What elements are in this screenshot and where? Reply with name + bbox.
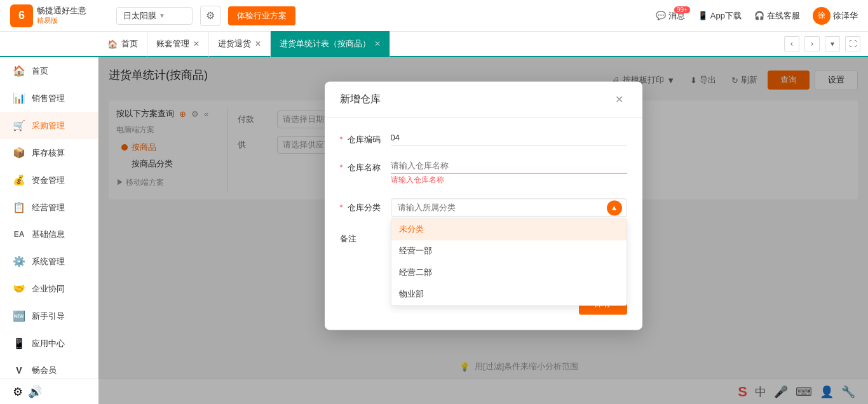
gear-button[interactable]: ⚙	[200, 6, 220, 26]
category-toggle-btn[interactable]: ▲	[607, 200, 622, 215]
name-field-row: * 仓库名称 请输入仓库名称	[340, 158, 627, 185]
code-label: * 仓库编码	[340, 130, 391, 145]
tab-left-btn[interactable]: ‹	[784, 36, 799, 51]
message-badge: 99+	[674, 6, 690, 13]
category-field-row: * 仓库分类 ▲ 未分类 经营一部 经营二部 物业部	[340, 198, 627, 217]
tab-bar: 🏠 首页 账套管理 ✕ 进货退货 ✕ 进货单统计表（按商品） ✕ ‹ › ▾ ⛶	[0, 32, 868, 57]
headset-icon: 🎧	[754, 11, 764, 20]
avatar-text: 徐	[818, 10, 825, 21]
sidebar: 🏠 首页 📊 销售管理 🛒 采购管理 📦 库存核算 💰 资金管理 📋 经营管理 …	[0, 57, 98, 404]
sales-icon: 📊	[13, 92, 25, 104]
modal-close-button[interactable]: ✕	[612, 91, 627, 107]
content-area: 进货单统计(按商品) 🖨 按模板打印 ▼ ⬇ 导出 ↻ 刷新 查询 设置	[98, 57, 868, 404]
home-icon: 🏠	[13, 65, 25, 77]
remark-label: 备注	[340, 229, 391, 245]
tab-menu-btn[interactable]: ▾	[825, 36, 840, 51]
tab-right-btn[interactable]: ›	[804, 36, 820, 51]
sidebar-label: 首页	[32, 65, 48, 77]
sidebar-item-sales[interactable]: 📊 销售管理	[0, 84, 98, 112]
guide-icon: 🆕	[13, 310, 25, 322]
sidebar-item-home[interactable]: 🏠 首页	[0, 57, 98, 84]
dropdown-item-dept1[interactable]: 经营一部	[391, 240, 627, 262]
sidebar-label: 经营管理	[32, 202, 65, 213]
logo-text: 畅捷通好生意	[37, 6, 86, 17]
app-download-button[interactable]: 📱 App下载	[698, 10, 742, 22]
sidebar-label: 新手引导	[32, 311, 65, 322]
dropdown-item-dept2[interactable]: 经营二部	[391, 262, 627, 283]
operations-icon: 📋	[13, 201, 25, 213]
message-icon: 💬	[656, 11, 666, 20]
finance-icon: 💰	[13, 174, 25, 186]
bottom-settings-icon[interactable]: ⚙	[13, 385, 23, 399]
main-layout: 🏠 首页 📊 销售管理 🛒 采购管理 📦 库存核算 💰 资金管理 📋 经营管理 …	[0, 57, 868, 404]
sidebar-label: 系统管理	[32, 256, 65, 267]
header-right: 💬 消息 99+ 📱 App下载 🎧 在线客服 徐 徐泽华	[656, 7, 858, 25]
name-input[interactable]	[391, 158, 627, 173]
sidebar-item-purchase[interactable]: 🛒 采购管理	[0, 112, 98, 139]
tab-purchase-return[interactable]: 进货退货 ✕	[209, 31, 271, 57]
sidebar-label: 应用中心	[32, 338, 65, 349]
purchase-icon: 🛒	[13, 119, 25, 131]
sidebar-item-basic-info[interactable]: EA 基础信息	[0, 221, 98, 248]
name-error-tip: 请输入仓库名称	[340, 175, 444, 185]
modal-title: 新增仓库	[340, 93, 381, 106]
category-input[interactable]	[391, 198, 627, 217]
sidebar-item-inventory[interactable]: 📦 库存核算	[0, 139, 98, 166]
name-label: * 仓库名称	[340, 158, 391, 173]
modal-body: * 仓库编码 * 仓库名称 请输入仓库名称	[325, 118, 642, 293]
sidebar-item-system[interactable]: ⚙️ 系统管理	[0, 248, 98, 275]
username-label: 徐泽华	[833, 10, 858, 22]
logo-sub: 精易版	[37, 16, 86, 25]
gear-icon: ⚙	[206, 10, 215, 22]
logo-area: 6 畅捷通好生意 精易版	[10, 4, 109, 27]
basic-info-icon: EA	[13, 230, 25, 239]
sidebar-item-finance[interactable]: 💰 资金管理	[0, 166, 98, 194]
sidebar-item-guide[interactable]: 🆕 新手引导	[0, 302, 98, 330]
category-dropdown: 未分类 经营一部 经营二部 物业部	[391, 218, 627, 306]
sidebar-label: 资金管理	[32, 175, 65, 186]
inventory-icon: 📦	[13, 147, 25, 159]
sidebar-label: 库存核算	[32, 147, 65, 159]
trial-button[interactable]: 体验行业方案	[228, 6, 295, 25]
top-header: 6 畅捷通好生意 精易版 日太阳膜 ▼ ⚙ 体验行业方案 💬 消息 99+ 📱 …	[0, 0, 868, 32]
code-input[interactable]	[391, 130, 627, 145]
bottom-left: ⚙ 🔊	[13, 385, 42, 399]
apps-icon: 📱	[13, 337, 25, 349]
mobile-icon: 📱	[698, 11, 708, 20]
modal-header: 新增仓库 ✕	[325, 81, 642, 118]
avatar: 徐	[813, 7, 831, 25]
store-selector[interactable]: 日太阳膜 ▼	[116, 7, 193, 25]
dropdown-item-unclassified[interactable]: 未分类	[391, 219, 627, 240]
sidebar-item-enterprise[interactable]: 🤝 企业协同	[0, 275, 98, 302]
message-button[interactable]: 💬 消息 99+	[656, 10, 685, 22]
online-service-button[interactable]: 🎧 在线客服	[754, 10, 800, 22]
sidebar-label: 基础信息	[32, 229, 65, 240]
system-icon: ⚙️	[13, 255, 25, 267]
sidebar-label: 采购管理	[32, 120, 65, 131]
tab-accounts[interactable]: 账套管理 ✕	[147, 31, 209, 57]
tab-close-icon[interactable]: ✕	[255, 39, 261, 48]
user-menu[interactable]: 徐 徐泽华	[813, 7, 858, 25]
logo-icon: 6	[10, 4, 33, 27]
sidebar-item-operations[interactable]: 📋 经营管理	[0, 194, 98, 221]
chevron-down-icon: ▼	[159, 12, 165, 19]
enterprise-icon: 🤝	[13, 283, 25, 295]
member-icon: V	[13, 365, 25, 375]
tab-close-icon[interactable]: ✕	[374, 39, 381, 48]
home-icon: 🏠	[107, 39, 118, 49]
category-select-wrap: ▲ 未分类 经营一部 经营二部 物业部	[391, 198, 627, 217]
sidebar-label: 销售管理	[32, 93, 65, 104]
dropdown-item-dept3[interactable]: 物业部	[391, 283, 627, 305]
tab-close-icon[interactable]: ✕	[193, 39, 200, 48]
sidebar-item-apps[interactable]: 📱 应用中心	[0, 330, 98, 357]
tab-home[interactable]: 🏠 首页	[98, 31, 147, 57]
tab-purchase-stats[interactable]: 进货单统计表（按商品） ✕	[271, 31, 390, 57]
sidebar-label: 企业协同	[32, 283, 65, 295]
tab-fullscreen-btn[interactable]: ⛶	[845, 36, 860, 51]
bottom-sound-icon[interactable]: 🔊	[28, 385, 42, 399]
store-name: 日太阳膜	[123, 10, 156, 22]
sidebar-label: 畅会员	[32, 365, 57, 376]
tab-controls: ‹ › ▾ ⛶	[784, 36, 868, 51]
logo-text-area: 畅捷通好生意 精易版	[37, 6, 86, 26]
category-label: * 仓库分类	[340, 198, 391, 213]
